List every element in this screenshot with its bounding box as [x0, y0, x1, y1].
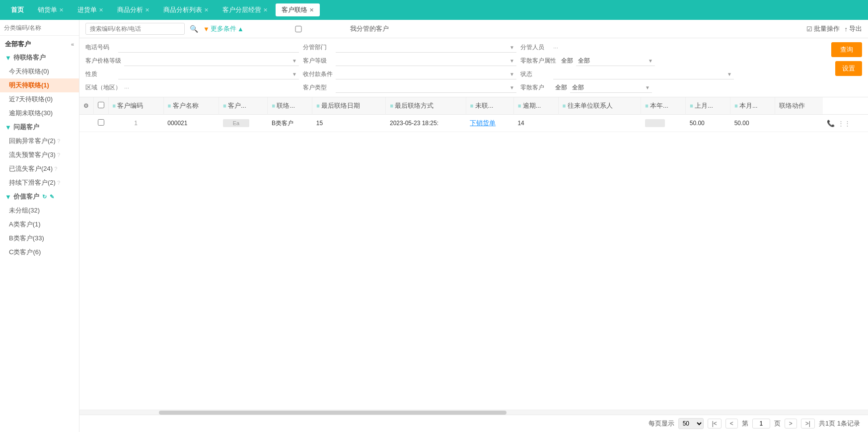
table-footer: 每页显示 50 100 |< < 第 页 > >| 共1页 1条记录 — [79, 415, 868, 432]
more-conditions-btn[interactable]: ▼ 更多条件 ▲ — [203, 24, 244, 33]
export-btn[interactable]: ↑ 导出 — [845, 24, 863, 33]
select-all-checkbox[interactable] — [98, 102, 104, 108]
last-method-link[interactable]: 下销货单 — [470, 119, 496, 127]
close-icon[interactable]: ✕ — [204, 7, 209, 13]
th-checkbox — [93, 97, 108, 115]
filter-retail-attr-select[interactable]: 全部 — [576, 56, 655, 66]
sidebar-all-customers[interactable]: 全部客户 « — [0, 36, 79, 51]
horizontal-scrollbar[interactable] — [79, 410, 868, 415]
filter-manager-label: 分管人员 — [520, 43, 550, 52]
filter-retail-attr-label: 零散客户属性 — [520, 57, 556, 65]
collapse-icon[interactable]: « — [71, 41, 74, 47]
filter-phone-input[interactable] — [118, 42, 299, 53]
nav-purchase[interactable]: 进货单 ✕ — [72, 3, 109, 16]
filter-retail-attr: 零散客户属性 全部 全部 ▼ — [520, 56, 734, 66]
page-number-input[interactable] — [752, 419, 770, 429]
nav-home[interactable]: 首页 — [5, 3, 30, 16]
scrollbar-thumb[interactable] — [159, 411, 506, 415]
td-unlisted: 14 — [513, 115, 558, 132]
sidebar-item-c-class[interactable]: C类客户(6) — [0, 245, 79, 259]
sidebar-item-ungrouped[interactable]: 未分组(32) — [0, 204, 79, 217]
nav-product-analysis-list[interactable]: 商品分析列表 ✕ — [157, 3, 215, 16]
last-page-btn[interactable]: >| — [801, 419, 815, 429]
nav-customer-tier[interactable]: 客户分层经营 ✕ — [217, 3, 274, 16]
filter-customer-type-select[interactable] — [336, 82, 516, 93]
nav-customer-contact[interactable]: 客户联络 ✕ — [276, 3, 320, 16]
filter-price-level: 客户价格等级 ▼ — [85, 56, 299, 66]
action-phone-icon[interactable]: 📞 — [827, 120, 835, 127]
filter-nature: 性质 ▼ — [85, 69, 299, 79]
sidebar-item-churn-warning[interactable]: 流失预警客户(3) ? — [0, 148, 79, 162]
sidebar: 🔍 全部客户 « ▼ 待联络客户 今天待联络(0) 明天待联络(1) 近7天待联… — [0, 20, 79, 432]
next-page-btn[interactable]: > — [785, 419, 797, 429]
sidebar-item-churned[interactable]: 已流失客户(24) ? — [0, 162, 79, 176]
th-overdue: ≡ 逾期... — [513, 97, 558, 115]
filter-status-select[interactable] — [553, 69, 734, 79]
filter-customer-level-select[interactable] — [336, 56, 516, 66]
row-action-buttons: 📞 ⋮⋮ — [827, 120, 864, 127]
filter-customer-level-select-wrap: ▼ — [336, 56, 516, 66]
filter-price-select-wrap: ▼ — [124, 56, 299, 66]
close-icon[interactable]: ✕ — [59, 7, 64, 13]
row-checkbox[interactable] — [98, 119, 104, 126]
page-size-select[interactable]: 50 100 — [678, 418, 704, 429]
filter-manager: 分管人员 ··· — [520, 43, 734, 52]
th-last-month: ≡ 上月... — [686, 97, 730, 115]
advanced-filter-panel: 电话号码 分管部门 ▼ — [79, 38, 868, 97]
filter-row-2: 客户价格等级 ▼ 客户等级 — [85, 56, 827, 66]
close-icon[interactable]: ✕ — [99, 7, 103, 13]
query-button[interactable]: 查询 — [831, 42, 862, 57]
filter-retail-customer: 零散客户 全部 全部 ▼ — [520, 82, 734, 93]
th-this-year: ≡ 本年... — [641, 97, 686, 115]
sidebar-search-input[interactable] — [4, 24, 78, 31]
prev-page-btn[interactable]: < — [725, 419, 738, 429]
filter-retail-customer-select[interactable]: 全部 — [570, 82, 652, 93]
filter-search-icon[interactable]: 🔍 — [190, 25, 198, 33]
batch-operation-btn[interactable]: ☑ 批量操作 — [806, 24, 840, 33]
filter-dept-select[interactable] — [336, 42, 516, 53]
close-icon[interactable]: ✕ — [145, 7, 149, 13]
edit-icon[interactable]: ✎ — [50, 194, 54, 200]
td-settings — [79, 115, 93, 132]
sidebar-item-repurchase-abnormal[interactable]: 回购异常客户(2) ? — [0, 134, 79, 148]
filter-customer-level-label: 客户等级 — [303, 57, 333, 65]
help-icon: ? — [57, 152, 60, 158]
th-code: ≡ 客户编码 — [108, 97, 163, 115]
td-checkbox — [93, 115, 108, 132]
filter-nature-select[interactable] — [118, 69, 299, 79]
my-customers-input[interactable] — [249, 26, 348, 32]
my-customers-checkbox[interactable]: 我分管的客户 — [249, 24, 389, 33]
th-settings[interactable]: ⚙ — [79, 97, 93, 115]
search-input[interactable] — [85, 23, 185, 35]
sidebar-item-b-class[interactable]: B类客户(33) — [0, 231, 79, 245]
sidebar-item-tomorrow[interactable]: 明天待联络(1) — [0, 78, 79, 92]
first-page-btn[interactable]: |< — [708, 419, 722, 429]
help-icon: ? — [54, 166, 57, 172]
settings-button[interactable]: 设置 — [835, 61, 862, 76]
main-layout: 🔍 全部客户 « ▼ 待联络客户 今天待联络(0) 明天待联络(1) 近7天待联… — [0, 20, 868, 432]
sidebar-group-pending: ▼ 待联络客户 — [0, 51, 79, 65]
sidebar-item-declining[interactable]: 持续下滑客户(2) ? — [0, 176, 79, 190]
filter-customer-type-label: 客户类型 — [303, 83, 333, 92]
action-more-icon[interactable]: ⋮⋮ — [838, 120, 851, 127]
close-icon[interactable]: ✕ — [309, 7, 314, 13]
close-icon[interactable]: ✕ — [263, 7, 268, 13]
refresh-icon[interactable]: ↻ — [42, 194, 47, 200]
filter-price-select[interactable] — [124, 56, 299, 66]
filter-manager-dots[interactable]: ··· — [553, 44, 558, 51]
filter-status-select-wrap: ▼ — [553, 69, 734, 79]
td-contact: 15 — [312, 115, 386, 132]
filter-payment-select[interactable] — [336, 69, 516, 79]
sidebar-item-a-class[interactable]: A类客户(1) — [0, 217, 79, 231]
filter-region-dots[interactable]: ··· — [124, 84, 129, 91]
th-this-month: ≡ 本月... — [730, 97, 775, 115]
sidebar-item-overdue[interactable]: 逾期未联络(30) — [0, 106, 79, 120]
filter-retail-attr-select-wrap: 全部 ▼ — [576, 56, 655, 66]
nav-product-analysis[interactable]: 商品分析 ✕ — [111, 3, 155, 16]
th-actions: 联络动作 — [775, 97, 823, 115]
filter-dept: 分管部门 ▼ — [303, 42, 516, 53]
nav-salorder[interactable]: 销货单 ✕ — [32, 3, 70, 16]
sidebar-group-value: ▼ 价值客户 ↻ ✎ — [0, 190, 79, 204]
sidebar-item-today[interactable]: 今天待联络(0) — [0, 65, 79, 78]
sidebar-item-7days[interactable]: 近7天待联络(0) — [0, 92, 79, 106]
